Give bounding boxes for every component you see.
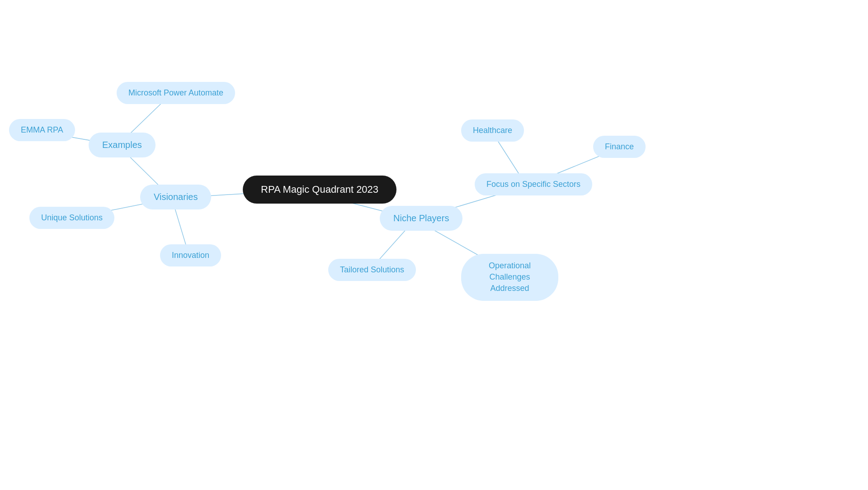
examples-node: Examples <box>89 133 156 157</box>
unique-solutions-node: Unique Solutions <box>29 207 114 229</box>
tailored-solutions-node: Tailored Solutions <box>328 259 416 281</box>
emma-node: EMMA RPA <box>9 119 75 141</box>
operational-challenges-node: Operational Challenges Addressed <box>461 254 558 301</box>
microsoft-node: Microsoft Power Automate <box>117 82 235 104</box>
center-node: RPA Magic Quadrant 2023 <box>243 176 396 204</box>
visionaries-node: Visionaries <box>140 185 211 209</box>
healthcare-node: Healthcare <box>461 119 524 142</box>
innovation-node: Innovation <box>160 244 221 266</box>
niche-players-node: Niche Players <box>380 206 462 231</box>
finance-node: Finance <box>593 136 646 158</box>
focus-sectors-node: Focus on Specific Sectors <box>475 173 592 195</box>
